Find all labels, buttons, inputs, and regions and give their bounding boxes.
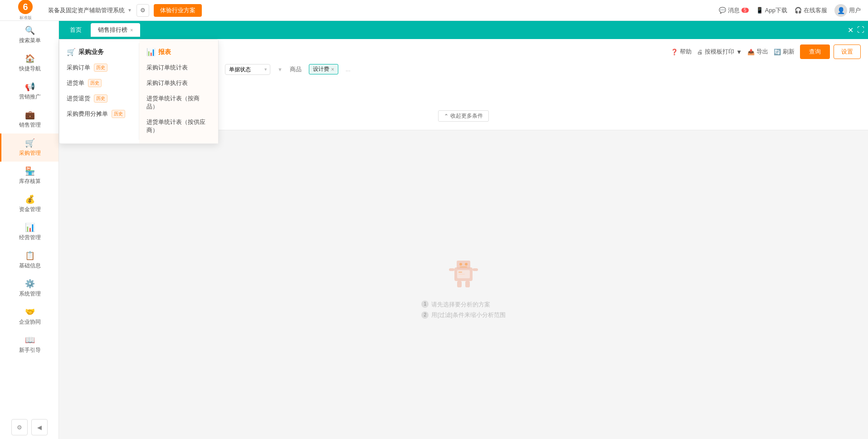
- sidebar-label-marketing: 营销推广: [19, 93, 41, 101]
- goods-dots[interactable]: ...: [346, 66, 351, 73]
- online-service-button[interactable]: 🎧 在线客服: [795, 6, 827, 15]
- print-dropdown-icon[interactable]: ▼: [736, 49, 742, 55]
- empty-hint-1: 1 请先选择要分析的方案: [421, 299, 505, 310]
- sidebar-settings-button[interactable]: ⚙: [11, 419, 28, 435]
- menu-section-purchase: 🛒 采购业务 采购订单 历史 进货单 历史 进货退货 历史 采购费用分摊单 历史: [59, 39, 139, 143]
- history-tag-1: 历史: [94, 64, 107, 72]
- app-download-button[interactable]: 📱 App下载: [756, 6, 787, 15]
- sidebar-label-operations: 经营管理: [19, 234, 41, 242]
- bill-status-arrow: ▼: [278, 67, 283, 72]
- filter-settings-button[interactable]: 设置: [834, 44, 861, 59]
- menu-item-receipt-stats-supplier[interactable]: 进货单统计表（按供应商）: [139, 114, 219, 138]
- export-button[interactable]: 📤 导出: [747, 48, 768, 56]
- history-tag-2: 历史: [88, 79, 102, 87]
- sidebar-label-search: 搜索菜单: [19, 37, 41, 44]
- query-button[interactable]: 查询: [800, 44, 830, 59]
- collapse-button[interactable]: ⌃ 收起更多条件: [438, 110, 489, 122]
- purchase-icon: 🛒: [25, 138, 35, 148]
- menu-item-purchase-order-stats[interactable]: 采购订单统计表: [139, 60, 219, 75]
- tab-close-icon[interactable]: ×: [130, 27, 133, 33]
- collapse-icon: ⌃: [444, 113, 449, 119]
- export-icon: 📤: [747, 49, 755, 55]
- purchase-dropdown-menu: 🛒 采购业务 采购订单 历史 进货单 历史 进货退货 历史 采购费用分摊单 历史: [59, 39, 219, 144]
- goods-label: 商品: [290, 65, 302, 74]
- sidebar-label-base-info: 基础信息: [19, 262, 41, 270]
- refresh-button[interactable]: 🔄 刷新: [774, 48, 795, 56]
- messages-button[interactable]: 💬 消息 5: [719, 6, 749, 15]
- print-button[interactable]: 🖨 按模板打印 ▼: [697, 48, 742, 56]
- inventory-icon: 🏪: [25, 166, 35, 176]
- svg-point-3: [465, 263, 468, 266]
- sidebar-item-quick-nav[interactable]: 🏠 快捷导航: [0, 49, 59, 77]
- tab-home[interactable]: 首页: [63, 23, 89, 37]
- svg-rect-6: [473, 268, 478, 271]
- reports-section-title: 📊 报表: [139, 45, 219, 60]
- logo-text: 标准版: [20, 15, 32, 21]
- dropdown-arrow-icon[interactable]: ▼: [127, 8, 132, 13]
- logo-area: 6 标准版: [7, 0, 44, 21]
- sidebar-label-guide: 新手引导: [19, 346, 41, 354]
- sidebar-item-inventory[interactable]: 🏪 库存核算: [0, 162, 59, 190]
- tab-sales-rank[interactable]: 销售排行榜 ×: [91, 23, 140, 37]
- sidebar-label-system: 系统管理: [19, 290, 41, 298]
- svg-rect-5: [449, 268, 454, 271]
- sidebar-label-quick-nav: 快捷导航: [19, 65, 41, 73]
- logo-icon: 6: [18, 0, 33, 14]
- sidebar-item-sales[interactable]: 💼 销售管理: [0, 105, 59, 133]
- tab-close-all-icon[interactable]: ✕: [848, 26, 853, 35]
- svg-rect-10: [458, 271, 462, 273]
- history-tag-3: 历史: [94, 94, 107, 103]
- bill-status-select[interactable]: 单据状态: [225, 64, 270, 75]
- sidebar-label-finance: 资金管理: [19, 206, 41, 213]
- user-avatar: 👤: [834, 4, 847, 17]
- menu-item-purchase-order-exec[interactable]: 采购订单执行表: [139, 75, 219, 91]
- top-right-area: 💬 消息 5 📱 App下载 🎧 在线客服 👤 用户: [719, 4, 861, 17]
- industry-button[interactable]: 体验行业方案: [154, 4, 202, 17]
- purchase-expense-label: 采购费用分摊单: [67, 110, 108, 118]
- sidebar-item-finance[interactable]: 💰 资金管理: [0, 190, 59, 218]
- empty-hint-2: 2 用[过滤]条件来缩小分析范围: [421, 310, 505, 320]
- guide-icon: 📖: [25, 335, 35, 345]
- sidebar-item-guide[interactable]: 📖 新手引导: [0, 330, 59, 359]
- sidebar-label-purchase: 采购管理: [19, 149, 41, 157]
- sidebar-item-search[interactable]: 🔍 搜索菜单: [0, 21, 59, 49]
- menu-item-purchase-order[interactable]: 采购订单 历史: [59, 60, 139, 75]
- print-icon: 🖨: [697, 49, 703, 55]
- goods-receipt-label: 进货单: [67, 79, 84, 87]
- sidebar-item-base-info[interactable]: 📋 基础信息: [0, 246, 59, 274]
- tab-bar-right: ✕ ⛶: [848, 26, 864, 35]
- bill-status-wrap: 单据状态: [225, 64, 270, 75]
- menu-item-purchase-expense[interactable]: 采购费用分摊单 历史: [59, 106, 139, 122]
- menu-item-goods-return[interactable]: 进货退货 历史: [59, 91, 139, 106]
- sidebar-item-enterprise[interactable]: 🤝 企业协同: [0, 302, 59, 330]
- sidebar-item-operations[interactable]: 📊 经营管理: [0, 218, 59, 246]
- enterprise-icon: 🤝: [25, 307, 35, 317]
- empty-illustration: [441, 249, 486, 295]
- message-icon: 💬: [719, 7, 726, 14]
- operations-icon: 📊: [25, 222, 35, 232]
- sidebar-collapse-button[interactable]: ◀: [31, 419, 48, 435]
- reports-section-icon: 📊: [146, 48, 156, 56]
- history-tag-4: 历史: [112, 110, 125, 118]
- headset-icon: 🎧: [795, 7, 802, 14]
- system-title: 装备及固定资产辅助管理系统 ▼: [48, 6, 132, 15]
- menu-item-receipt-stats-goods[interactable]: 进货单统计表（按商品）: [139, 91, 219, 114]
- marketing-icon: 📢: [25, 82, 35, 92]
- menu-item-goods-receipt[interactable]: 进货单 历史: [59, 75, 139, 91]
- svg-rect-8: [465, 281, 470, 287]
- sidebar-item-system[interactable]: ⚙️ 系统管理: [0, 274, 59, 302]
- sidebar: 🔍 搜索菜单 🏠 快捷导航 📢 营销推广 💼 销售管理 🛒 采购管理 🏪: [0, 21, 59, 439]
- purchase-order-label: 采购订单: [67, 64, 90, 72]
- user-button[interactable]: 👤 用户: [834, 4, 861, 17]
- settings-button[interactable]: ⚙: [137, 4, 149, 17]
- goods-tag: 设计费 ×: [309, 64, 338, 74]
- sidebar-label-sales: 销售管理: [19, 121, 41, 129]
- tab-maximize-icon[interactable]: ⛶: [857, 26, 864, 34]
- help-button[interactable]: ❓ 帮助: [671, 48, 692, 56]
- system-icon: ⚙️: [25, 279, 35, 289]
- sidebar-item-purchase[interactable]: 🛒 采购管理: [0, 133, 59, 162]
- sales-icon: 💼: [25, 110, 35, 120]
- goods-tag-close[interactable]: ×: [331, 66, 334, 73]
- sidebar-item-marketing[interactable]: 📢 营销推广: [0, 77, 59, 105]
- svg-rect-1: [457, 261, 470, 269]
